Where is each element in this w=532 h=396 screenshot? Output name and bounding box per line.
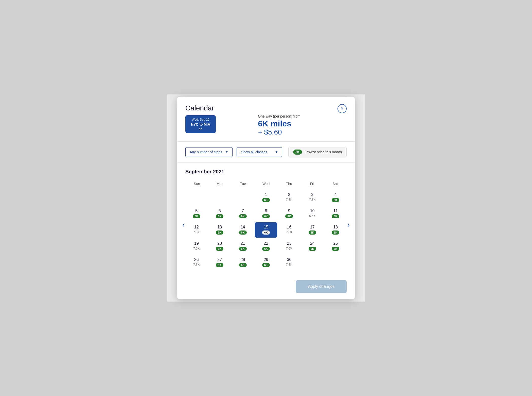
price-miles: 6K miles — [258, 119, 300, 128]
day-price: 6K — [262, 247, 270, 251]
calendar-day[interactable]: 216K — [232, 239, 254, 254]
classes-dropdown[interactable]: Show all classes ▼ — [237, 147, 282, 157]
calendar-day[interactable]: 136K — [208, 222, 230, 238]
day-price: 7.5K — [286, 230, 292, 234]
day-number: 8 — [265, 209, 267, 213]
calendar-day[interactable]: 197.5K — [185, 239, 207, 254]
day-number: 9 — [288, 209, 290, 213]
day-price: 7.5K — [286, 198, 292, 202]
day-headers-row: SunMonTueWedThuFriSat — [185, 180, 347, 188]
calendar-day[interactable]: 86K — [255, 206, 277, 221]
selected-date-card[interactable]: Wed, Sep 15 NYC to MIA 6K — [185, 115, 216, 133]
day-price: 7.5K — [193, 263, 200, 267]
calendar-day[interactable]: 16K — [255, 190, 277, 205]
calendar-day[interactable]: 206K — [208, 239, 230, 254]
day-price: 6K — [332, 198, 339, 202]
day-number: 11 — [333, 209, 338, 213]
day-price: 7.5K — [286, 263, 292, 267]
day-number: 12 — [194, 225, 199, 229]
day-number: 24 — [310, 241, 315, 246]
day-header: Wed — [255, 180, 278, 188]
day-header: Tue — [232, 180, 255, 188]
day-number: 27 — [217, 257, 222, 262]
day-number: 16 — [287, 225, 292, 229]
day-price: 6K — [239, 230, 247, 235]
day-header: Sun — [185, 180, 208, 188]
day-number: 20 — [217, 241, 222, 246]
day-header: Thu — [277, 180, 300, 188]
day-price: 6K — [216, 247, 223, 251]
day-price: 6K — [262, 263, 270, 267]
selected-date-label: Wed, Sep 15 — [190, 118, 211, 121]
calendar-day[interactable]: 256K — [325, 239, 347, 254]
classes-arrow-icon: ▼ — [275, 150, 278, 154]
calendar-day[interactable]: 76K — [232, 206, 254, 221]
apply-changes-button[interactable]: Apply changes — [296, 280, 347, 293]
next-month-button[interactable]: › — [345, 219, 352, 231]
day-header: Mon — [208, 180, 232, 188]
classes-label: Show all classes — [241, 150, 267, 154]
day-number: 30 — [287, 257, 292, 262]
day-number: 13 — [217, 225, 222, 229]
calendar-day[interactable]: 246K — [301, 239, 323, 254]
day-price: 6K — [239, 263, 247, 267]
day-number: 19 — [194, 241, 199, 246]
calendar-day[interactable]: 116K — [325, 206, 347, 221]
price-cash: + $5.60 — [258, 128, 300, 136]
day-price: 6K — [239, 247, 247, 251]
selected-route: NYC to MIA — [190, 122, 211, 126]
day-header: Sat — [324, 180, 347, 188]
calendar-day[interactable]: 106.5K — [301, 206, 323, 221]
calendar-day — [185, 190, 207, 205]
day-price: 7.5K — [193, 230, 200, 234]
day-number: 4 — [334, 192, 337, 197]
calendar-day[interactable]: 96K — [278, 206, 300, 221]
calendar-grid: SunMonTueWedThuFriSat 16K27.5K37.5K46K56… — [185, 180, 347, 270]
day-number: 6 — [219, 209, 221, 213]
calendar-day[interactable]: 27.5K — [278, 190, 300, 205]
calendar-day[interactable]: 156K — [255, 222, 277, 238]
calendar-day[interactable]: 46K — [325, 190, 347, 205]
calendar-day[interactable]: 286K — [232, 255, 254, 270]
day-price: 6K — [262, 214, 270, 218]
calendar-day[interactable]: 66K — [208, 206, 230, 221]
calendar-day[interactable]: 167.5K — [278, 222, 300, 238]
calendar-day[interactable]: 276K — [208, 255, 230, 270]
calendar-day[interactable]: 127.5K — [185, 222, 207, 238]
day-price: 6K — [262, 230, 270, 235]
calendar-day[interactable]: 237.5K — [278, 239, 300, 254]
day-price: 6K — [332, 214, 339, 218]
calendar-day — [232, 190, 254, 205]
lowest-price-badge: 6K — [293, 150, 302, 155]
modal-footer: Apply changes — [177, 276, 355, 299]
day-number: 29 — [264, 257, 268, 262]
day-price: 7.5K — [309, 198, 316, 202]
stops-dropdown[interactable]: Any number of stops ▼ — [185, 147, 233, 157]
calendar-day[interactable]: 186K — [325, 222, 347, 238]
calendar-nav-wrapper: ‹ › SunMonTueWedThuFriSat 16K27.5K37.5K4… — [185, 180, 347, 270]
calendar-day[interactable]: 267.5K — [185, 255, 207, 270]
calendar-day[interactable]: 56K — [185, 206, 207, 221]
day-number: 1 — [265, 192, 267, 197]
day-number: 22 — [264, 241, 268, 246]
day-number: 14 — [241, 225, 245, 229]
calendar-day — [208, 190, 230, 205]
calendar-day[interactable]: 146K — [232, 222, 254, 238]
day-price: 7.5K — [193, 247, 200, 250]
calendar-day[interactable]: 226K — [255, 239, 277, 254]
stops-label: Any number of stops — [190, 150, 222, 154]
day-price: 6K — [332, 247, 339, 251]
day-price: 6K — [285, 214, 293, 218]
day-price: 7.5K — [286, 247, 292, 250]
calendar-day[interactable]: 296K — [255, 255, 277, 270]
day-price: 6K — [239, 214, 247, 218]
day-number: 26 — [194, 257, 199, 262]
calendar-day[interactable]: 37.5K — [301, 190, 323, 205]
calendar-day[interactable]: 176K — [301, 222, 323, 238]
day-number: 17 — [310, 225, 315, 229]
calendar-day[interactable]: 307.5K — [278, 255, 300, 270]
calendar-day — [301, 255, 323, 270]
prev-month-button[interactable]: ‹ — [180, 219, 187, 231]
day-price: 6K — [216, 230, 223, 235]
close-button[interactable]: × — [338, 104, 347, 113]
